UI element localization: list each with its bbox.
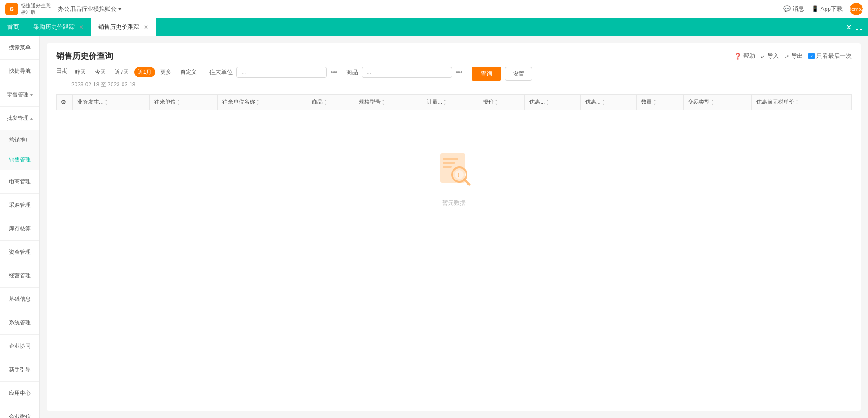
goods-filter-group: 商品 ••• [346,67,462,78]
filter-bar: 日期 昨天 今天 近7天 近1月 更多 自定义 2023-02-18 至 202… [47,62,861,94]
retail-mgmt-arrow-icon: ▾ [30,92,33,97]
svg-rect-1 [443,158,458,160]
sidebar-item-app-center[interactable]: 应用中心 [0,382,39,405]
tab-purchase-history[interactable]: 采购历史价跟踪 ✕ [26,18,91,36]
pretax-price-column-header[interactable]: 优惠前无税单价▴▾ [751,95,851,110]
sidebar-item-system-mgmt[interactable]: 系统管理 [0,311,39,335]
settings-button[interactable]: 设置 [505,67,532,81]
partner-select-icon[interactable]: ••• [330,69,337,76]
sidebar-item-enterprise-wechat[interactable]: 企业微信 [0,405,39,418]
sidebar-item-ops-mgmt[interactable]: 经营管理 [0,264,39,288]
close-all-tabs-icon[interactable]: ✕ [846,23,852,32]
checkbox-icon: ✓ [808,53,815,59]
quantity-column-header[interactable]: 数量▴▾ [637,95,684,110]
sidebar-item-finance-mgmt[interactable]: 资金管理 [0,241,39,264]
biz-date-column-header[interactable]: 业务发生...▴▾ [73,95,150,110]
enterprise-collab-label: 企业协同 [9,342,31,350]
tab-bar: 首页 采购历史价跟踪 ✕ 销售历史价跟踪 ✕ ✕ ⛶ [0,18,868,36]
message-button[interactable]: 💬 消息 [783,5,804,13]
ops-mgmt-label: 经营管理 [9,272,31,280]
company-name: 办公用品行业模拟账套 [58,5,117,13]
spec-column-header[interactable]: 规格型号▴▾ [354,95,422,110]
sidebar-item-wholesale-mgmt[interactable]: 批发管理 ▴ [0,107,39,130]
sidebar-item-enterprise-collab[interactable]: 企业协同 [0,335,39,358]
import-button[interactable]: ↙ 导入 [760,52,779,60]
page-header: 销售历史价查询 ❓ 帮助 ↙ 导入 ↗ 导出 ✓ 只看最后一次 [47,43,861,62]
wholesale-mgmt-label: 批发管理 [7,114,28,122]
tab-sales-history[interactable]: 销售历史价跟踪 ✕ [91,18,156,36]
sidebar-item-search-menu[interactable]: 搜索菜单 [0,36,39,60]
sidebar-item-ecom-mgmt[interactable]: 电商管理 [0,170,39,194]
app-download-button[interactable]: 📱 App下载 [811,5,843,13]
goods-input[interactable] [362,67,452,78]
page-title: 销售历史价查询 [56,51,113,62]
discount2-column-header[interactable]: 优惠...▴▾ [580,95,636,110]
partner-name-column-header[interactable]: 往来单位名称▴▾ [218,95,307,110]
export-button[interactable]: ↗ 导出 [784,52,803,60]
main-content: 销售历史价查询 ❓ 帮助 ↙ 导入 ↗ 导出 ✓ 只看最后一次 [40,36,868,418]
partner-code-column-header[interactable]: 往来单位▴▾ [150,95,218,110]
wholesale-mgmt-arrow-icon: ▴ [30,116,33,121]
date-more[interactable]: 更多 [157,67,175,77]
sidebar-item-retail-mgmt[interactable]: 零售管理 ▾ [0,83,39,107]
date-custom[interactable]: 自定义 [177,67,200,77]
app-icon: 📱 [811,5,819,12]
enterprise-wechat-label: 企业微信 [9,413,31,418]
date-options: 昨天 今天 近7天 近1月 更多 自定义 [71,67,200,77]
purchase-mgmt-label: 采购管理 [9,201,31,209]
purchase-history-label: 采购历史价跟踪 [33,23,75,31]
price-column-header[interactable]: 报价▴▾ [478,95,525,110]
user-profile[interactable]: demo2 [850,3,863,15]
top-bar: 6 畅捷通好生意 标准版 办公用品行业模拟账套 ▾ 💬 消息 📱 App下载 d… [0,0,868,18]
close-purchase-tab-icon[interactable]: ✕ [79,24,84,30]
sidebar-item-sales-mgmt[interactable]: 销售管理 [0,150,39,170]
goods-column-header[interactable]: 商品▴▾ [307,95,354,110]
sidebar-item-quick-nav[interactable]: 快捷导航 [0,60,39,83]
goods-select-icon[interactable]: ••• [456,69,462,76]
svg-line-6 [464,180,469,185]
partner-filter-group: 往来单位 ••• [209,67,337,78]
marketing-promo-label: 营销推广 [9,136,31,144]
sidebar: 搜索菜单 快捷导航 零售管理 ▾ 批发管理 ▴ 营销推广 销售管理 电商管理 采… [0,36,40,418]
empty-text: 暂元数据 [442,199,466,207]
svg-rect-3 [443,166,452,168]
help-button[interactable]: ❓ 帮助 [734,52,755,60]
page-container: 销售历史价查询 ❓ 帮助 ↙ 导入 ↗ 导出 ✓ 只看最后一次 [47,43,861,411]
sidebar-item-purchase-mgmt[interactable]: 采购管理 [0,194,39,217]
date-last7[interactable]: 近7天 [111,67,132,77]
query-button[interactable]: 查询 [472,67,501,81]
empty-icon: ! [431,147,476,192]
ecom-mgmt-label: 电商管理 [9,178,31,185]
message-icon: 💬 [783,5,791,12]
partner-label: 往来单位 [209,68,233,76]
close-sales-tab-icon[interactable]: ✕ [144,24,148,30]
top-bar-left: 6 畅捷通好生意 标准版 办公用品行业模拟账套 ▾ [5,2,125,15]
search-menu-label: 搜索菜单 [9,44,31,52]
import-icon: ↙ [760,53,765,60]
date-yesterday[interactable]: 昨天 [71,67,90,77]
table-container: ⚙ 业务发生...▴▾ 往来单位▴▾ 往来单位名称▴▾ 商品▴▾ [47,94,861,243]
fullscreen-icon[interactable]: ⛶ [855,23,863,31]
system-mgmt-label: 系统管理 [9,319,31,327]
only-last-checkbox[interactable]: ✓ 只看最后一次 [808,52,852,60]
gear-column-header[interactable]: ⚙ [57,95,73,110]
empty-state: ! 暂元数据 [56,110,852,243]
discount1-column-header[interactable]: 优惠...▴▾ [525,95,580,110]
basic-info-label: 基础信息 [9,295,31,303]
avatar: demo2 [850,3,863,15]
sidebar-item-marketing-promo[interactable]: 营销推广 [0,130,39,150]
sales-mgmt-label: 销售管理 [9,156,31,164]
trade-type-column-header[interactable]: 交易类型▴▾ [683,95,751,110]
date-range-display: 2023-02-18 至 2023-03-18 [71,81,200,89]
sidebar-item-new-guide[interactable]: 新手引导 [0,358,39,382]
sidebar-item-inventory[interactable]: 库存核算 [0,217,39,241]
action-buttons: 查询 设置 [472,67,532,81]
date-last1month[interactable]: 近1月 [134,67,156,77]
unit-column-header[interactable]: 计量...▴▾ [422,95,478,110]
tab-home[interactable]: 首页 [0,18,26,36]
date-today[interactable]: 今天 [91,67,109,77]
company-select[interactable]: 办公用品行业模拟账套 ▾ [54,3,125,15]
sidebar-item-basic-info[interactable]: 基础信息 [0,288,39,311]
goods-label: 商品 [346,68,358,76]
partner-input[interactable] [236,67,327,78]
